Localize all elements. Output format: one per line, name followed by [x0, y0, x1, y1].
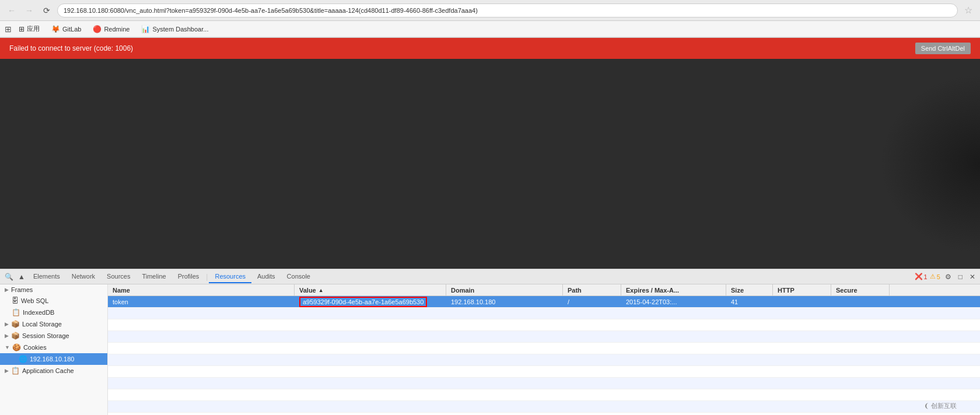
- empty-row: [108, 401, 980, 413]
- empty-rows: [108, 308, 980, 415]
- col-header-expires[interactable]: Expires / Max-A...: [621, 284, 726, 296]
- sidebar-item-application-cache[interactable]: ▶ 📋 Application Cache: [0, 365, 107, 377]
- session-storage-expand-arrow: ▶: [5, 333, 9, 339]
- bookmark-redmine-label: Redmine: [104, 26, 130, 33]
- web-sql-icon: 🗄: [12, 297, 19, 305]
- cell-name: token: [108, 296, 295, 307]
- cell-expires: 2015-04-22T03:...: [621, 296, 726, 307]
- empty-row: [108, 378, 980, 389]
- bookmark-dashboard-label: System Dashboar...: [152, 26, 208, 33]
- value-highlight-box: a959329f-090d-4e5b-aa7e-1a6e5a69b530: [299, 297, 427, 307]
- col-header-size[interactable]: Size: [726, 284, 773, 296]
- tab-network[interactable]: Network: [66, 270, 101, 283]
- cell-domain: 192.168.10.180: [446, 296, 563, 307]
- value-sort-arrow: ▲: [318, 287, 324, 293]
- devtools-close-button[interactable]: ✕: [967, 272, 978, 282]
- send-ctrl-alt-del-button[interactable]: Send CtrlAltDel: [915, 43, 971, 54]
- col-header-path[interactable]: Path: [563, 284, 621, 296]
- sidebar-item-frames[interactable]: ▶ Frames: [0, 284, 107, 295]
- app-cache-icon: 📋: [11, 367, 20, 375]
- bookmark-system-dashboard[interactable]: 📊 System Dashboar...: [136, 24, 213, 34]
- cell-value: a959329f-090d-4e5b-aa7e-1a6e5a69b530: [295, 296, 446, 307]
- tab-elements[interactable]: Elements: [27, 270, 66, 283]
- cell-path: /: [563, 296, 621, 307]
- sidebar-item-indexeddb[interactable]: 📋 IndexedDB: [0, 307, 107, 318]
- empty-row: [108, 413, 980, 415]
- cookies-icon: 🍪: [12, 343, 21, 351]
- cookies-label: Cookies: [23, 344, 47, 351]
- col-header-name[interactable]: Name: [108, 284, 295, 296]
- tab-sources[interactable]: Sources: [101, 270, 136, 283]
- sidebar-item-local-storage[interactable]: ▶ 📦 Local Storage: [0, 318, 107, 330]
- session-storage-icon: 📦: [11, 332, 20, 340]
- apps-icon: ⊞: [5, 24, 12, 34]
- empty-row: [108, 308, 980, 319]
- web-sql-label: Web SQL: [21, 297, 49, 304]
- reload-button[interactable]: ⟳: [40, 3, 54, 17]
- devtools-device-button[interactable]: ▲: [16, 272, 27, 282]
- redmine-icon: 🔴: [93, 25, 102, 33]
- error-banner: Failed to connect to server (code: 1006)…: [0, 38, 980, 59]
- tab-separator: |: [206, 273, 208, 281]
- tab-console[interactable]: Console: [281, 270, 316, 283]
- bookmark-redmine[interactable]: 🔴 Redmine: [88, 24, 134, 34]
- warning-count-indicator: ⚠5: [930, 272, 940, 282]
- bookmark-gitlab-label: GitLab: [62, 26, 81, 33]
- cookies-expand-arrow: ▼: [5, 344, 10, 350]
- col-header-value[interactable]: Value ▲: [295, 284, 446, 296]
- app-cache-label: Application Cache: [22, 367, 74, 374]
- error-message: Failed to connect to server (code: 1006): [9, 44, 133, 52]
- local-storage-icon: 📦: [11, 320, 20, 328]
- cookies-content-area: Name Value ▲ Domain Path Expires / Max-A…: [108, 284, 980, 415]
- dashboard-icon: 📊: [141, 25, 150, 33]
- tab-audits[interactable]: Audits: [251, 270, 281, 283]
- sidebar-item-session-storage[interactable]: ▶ 📦 Session Storage: [0, 330, 107, 342]
- empty-row: [108, 343, 980, 354]
- bookmark-apps-label: 应用: [27, 24, 40, 33]
- col-header-secure[interactable]: Secure: [831, 284, 890, 296]
- cookie-host-icon: 🌐: [19, 355, 27, 363]
- vnc-content-area: [0, 59, 980, 269]
- cookie-host-label: 192.168.10.180: [30, 356, 74, 363]
- bookmarks-bar: ⊞ ⊞ 应用 🦊 GitLab 🔴 Redmine 📊 System Dashb…: [0, 21, 980, 37]
- empty-row: [108, 331, 980, 343]
- cell-http: [773, 296, 831, 307]
- error-count-indicator: ❌1: [915, 272, 928, 282]
- devtools-settings-button[interactable]: ⚙: [943, 272, 954, 282]
- devtools-dock-button[interactable]: □: [956, 272, 965, 282]
- watermark-text: ❨ 创新互联: [924, 402, 957, 409]
- nav-bar: ← → ⟳ ☆: [0, 0, 980, 21]
- empty-row: [108, 366, 980, 378]
- bookmark-star-button[interactable]: ☆: [961, 3, 975, 17]
- sidebar-item-192-168-10-180[interactable]: 🌐 192.168.10.180: [0, 353, 107, 365]
- cell-secure: [831, 296, 890, 307]
- watermark: ❨ 创新互联: [924, 402, 957, 410]
- tab-timeline[interactable]: Timeline: [136, 270, 172, 283]
- bookmark-apps[interactable]: ⊞ 应用: [14, 23, 44, 34]
- sidebar-item-web-sql[interactable]: 🗄 Web SQL: [0, 295, 107, 307]
- browser-chrome: ← → ⟳ ☆ ⊞ ⊞ 应用 🦊 GitLab 🔴 Redmine 📊 Syst…: [0, 0, 980, 38]
- cell-size: 41: [726, 296, 773, 307]
- indexeddb-label: IndexedDB: [23, 309, 54, 316]
- devtools-search-button[interactable]: 🔍: [2, 272, 16, 282]
- address-bar[interactable]: [57, 3, 958, 17]
- tab-profiles[interactable]: Profiles: [172, 270, 205, 283]
- col-header-http[interactable]: HTTP: [773, 284, 831, 296]
- devtools-body: ▶ Frames 🗄 Web SQL 📋 IndexedDB ▶ 📦 Local…: [0, 284, 980, 415]
- col-header-domain[interactable]: Domain: [446, 284, 563, 296]
- table-row[interactable]: token a959329f-090d-4e5b-aa7e-1a6e5a69b5…: [108, 296, 980, 308]
- devtools-sidebar: ▶ Frames 🗄 Web SQL 📋 IndexedDB ▶ 📦 Local…: [0, 284, 108, 415]
- tab-resources[interactable]: Resources: [209, 270, 251, 283]
- forward-button[interactable]: →: [22, 3, 36, 17]
- app-cache-expand-arrow: ▶: [5, 368, 9, 374]
- bookmark-gitlab[interactable]: 🦊 GitLab: [47, 24, 86, 34]
- indexeddb-icon: 📋: [12, 308, 20, 316]
- empty-row: [108, 354, 980, 366]
- sidebar-item-cookies[interactable]: ▼ 🍪 Cookies: [0, 342, 107, 353]
- frames-label: Frames: [11, 286, 33, 293]
- back-button[interactable]: ←: [5, 3, 19, 17]
- empty-row: [108, 319, 980, 331]
- devtools-panel: 🔍 ▲ Elements Network Sources Timeline Pr…: [0, 269, 980, 415]
- local-storage-label: Local Storage: [22, 321, 62, 328]
- gitlab-icon: 🦊: [51, 25, 60, 33]
